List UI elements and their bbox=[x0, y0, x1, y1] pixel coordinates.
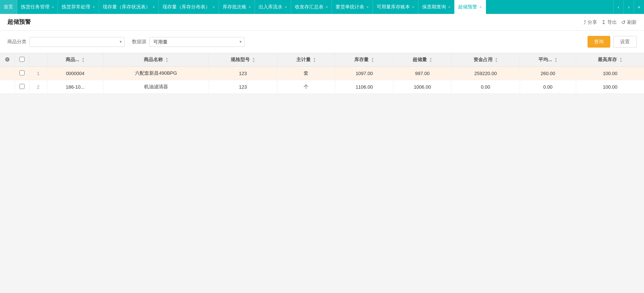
row-capital-cell: 259220.00 bbox=[451, 67, 520, 80]
nav-order-stats[interactable]: 要货单统计表 × bbox=[332, 0, 373, 14]
col-product-code-header[interactable]: 商品... ▲▼ bbox=[47, 53, 103, 67]
nav-close-arrow[interactable]: × bbox=[634, 0, 644, 14]
col-index-header bbox=[29, 53, 47, 67]
row-capital-cell: 0.00 bbox=[451, 80, 520, 94]
column-settings-icon[interactable]: ⚙ bbox=[5, 56, 10, 63]
col-unit-header[interactable]: 主计量 ▲▼ bbox=[277, 53, 335, 67]
nav-avail-stock-close[interactable]: × bbox=[412, 5, 414, 9]
nav-pick-task-close[interactable]: × bbox=[52, 5, 54, 9]
export-icon: ↧ bbox=[601, 19, 606, 25]
share-button[interactable]: ⤴ 分享 bbox=[583, 19, 597, 26]
page-title: 超储预警 bbox=[7, 18, 31, 26]
nav-stock-status[interactable]: 现存量（库存状况表） × bbox=[99, 0, 159, 14]
row-gear-cell bbox=[0, 67, 15, 80]
datasource-select[interactable]: 可用量 bbox=[149, 37, 245, 47]
refresh-button[interactable]: ↺ 刷新 bbox=[621, 19, 637, 26]
row-avg-cell: 260.00 bbox=[520, 67, 576, 80]
row-index-cell: 2 bbox=[29, 80, 47, 94]
category-filter-group: 商品分类 ▾ bbox=[7, 37, 125, 47]
nav-stock-batch-close[interactable]: × bbox=[249, 5, 251, 9]
query-button[interactable]: 查询 bbox=[588, 36, 610, 48]
col-product-name-header[interactable]: 商品名称 ▲▼ bbox=[103, 53, 209, 67]
row-checkbox-cell bbox=[15, 80, 29, 94]
col-overflow-header[interactable]: 超储量 ▲▼ bbox=[393, 53, 451, 67]
row-stock-cell: 1097.00 bbox=[335, 67, 394, 80]
nav-pick-exception-close[interactable]: × bbox=[92, 5, 95, 9]
data-table-container: ⚙ 商品... ▲▼ 商品名称 ▲▼ 规格型号 ▲▼ 主计量 ▲▼ bbox=[0, 53, 644, 94]
nav-quality-label: 保质期查询 bbox=[422, 4, 446, 10]
share-icon: ⤴ bbox=[583, 19, 586, 25]
nav-stock-batch[interactable]: 库存批次账 × bbox=[219, 0, 255, 14]
nav-prev-arrow[interactable]: ‹ bbox=[613, 0, 623, 14]
nav-stock-batch-label: 库存批次账 bbox=[223, 4, 246, 10]
col-stock-header[interactable]: 库存量 ▲▼ bbox=[335, 53, 394, 67]
nav-inout-flow[interactable]: 出入库流水 × bbox=[255, 0, 291, 14]
col-spec-header[interactable]: 规格型号 ▲▼ bbox=[209, 53, 277, 67]
row-checkbox-cell bbox=[15, 67, 29, 80]
row-spec-cell: 123 bbox=[209, 80, 277, 94]
category-select-wrapper: ▾ bbox=[29, 37, 125, 47]
nav-receipt-summary-label: 收发存汇总表 bbox=[295, 4, 323, 10]
row-product-code-cell: 0000004 bbox=[47, 67, 103, 80]
nav-stock-status-close[interactable]: × bbox=[153, 5, 155, 9]
share-label: 分享 bbox=[588, 19, 597, 26]
row-unit-cell: 个 bbox=[277, 80, 335, 94]
refresh-label: 刷新 bbox=[627, 19, 637, 26]
col-max-stock-header[interactable]: 最高库存 ▲▼ bbox=[576, 53, 644, 67]
col-capital-header[interactable]: 资金占用 ▲▼ bbox=[451, 53, 520, 67]
nav-next-arrow[interactable]: › bbox=[623, 0, 634, 14]
category-filter-label: 商品分类 bbox=[7, 38, 26, 45]
nav-stock-dist[interactable]: 现存量（库存分布表） × bbox=[159, 0, 219, 14]
nav-stock-status-label: 现存量（库存状况表） bbox=[103, 4, 150, 10]
nav-overstock-close[interactable]: × bbox=[479, 5, 482, 9]
nav-pick-exception-label: 拣货异常处理 bbox=[62, 4, 90, 10]
row-overflow-cell: 1006.00 bbox=[393, 80, 451, 94]
filter-actions: 查询 设置 bbox=[588, 36, 637, 48]
col-checkbox-header bbox=[15, 53, 29, 67]
table-row: 2 186-10... 机油滤清器 123 个 1106.00 1006.00 … bbox=[0, 80, 644, 94]
export-button[interactable]: ↧ 导出 bbox=[601, 19, 617, 26]
nav-home[interactable]: 首页 bbox=[0, 0, 17, 14]
nav-inout-flow-close[interactable]: × bbox=[285, 5, 287, 9]
row-max-stock-cell: 100.00 bbox=[576, 80, 644, 94]
select-all-checkbox[interactable] bbox=[19, 57, 25, 62]
row-product-name-cell: 六配套新昌490BPG bbox=[103, 67, 209, 80]
nav-stock-dist-close[interactable]: × bbox=[212, 5, 215, 9]
filter-area: 商品分类 ▾ 数据源 可用量 ▾ 查询 设置 bbox=[0, 31, 644, 53]
row-stock-cell: 1106.00 bbox=[335, 80, 394, 94]
nav-receipt-summary-close[interactable]: × bbox=[326, 5, 328, 9]
nav-pick-task-label: 拣货任务管理 bbox=[21, 4, 50, 10]
table-row: 1 0000004 六配套新昌490BPG 123 套 1097.00 997.… bbox=[0, 67, 644, 80]
nav-avail-stock-label: 可用量库存账本 bbox=[377, 4, 410, 10]
nav-receipt-summary[interactable]: 收发存汇总表 × bbox=[291, 0, 332, 14]
page-header: 超储预警 ⤴ 分享 ↧ 导出 ↺ 刷新 bbox=[0, 14, 644, 31]
nav-quality[interactable]: 保质期查询 × bbox=[418, 0, 454, 14]
header-actions: ⤴ 分享 ↧ 导出 ↺ 刷新 bbox=[583, 19, 637, 26]
row-max-stock-cell: 100.00 bbox=[576, 67, 644, 80]
nav-quality-close[interactable]: × bbox=[448, 5, 450, 9]
row-product-name-cell: 机油滤清器 bbox=[103, 80, 209, 94]
export-label: 导出 bbox=[607, 19, 617, 26]
top-navigation: 首页 拣货任务管理 × 拣货异常处理 × 现存量（库存状况表） × 现存量（库存… bbox=[0, 0, 644, 14]
datasource-filter-label: 数据源 bbox=[132, 38, 146, 45]
row-checkbox-0[interactable] bbox=[19, 70, 25, 75]
setting-button[interactable]: 设置 bbox=[613, 36, 637, 48]
row-product-code-cell: 186-10... bbox=[47, 80, 103, 94]
nav-order-stats-close[interactable]: × bbox=[366, 5, 369, 9]
row-spec-cell: 123 bbox=[209, 67, 277, 80]
nav-avail-stock[interactable]: 可用量库存账本 × bbox=[373, 0, 418, 14]
row-avg-cell: 0.00 bbox=[520, 80, 576, 94]
datasource-filter-group: 数据源 可用量 ▾ bbox=[132, 37, 245, 47]
row-checkbox-1[interactable] bbox=[19, 84, 25, 89]
row-overflow-cell: 997.00 bbox=[393, 67, 451, 80]
nav-home-label: 首页 bbox=[4, 4, 13, 10]
refresh-icon: ↺ bbox=[621, 19, 626, 25]
nav-pick-exception[interactable]: 拣货异常处理 × bbox=[58, 0, 99, 14]
nav-pick-task[interactable]: 拣货任务管理 × bbox=[17, 0, 58, 14]
nav-order-stats-label: 要货单统计表 bbox=[336, 4, 364, 10]
nav-overstock[interactable]: 超储预警 × bbox=[454, 0, 486, 14]
col-gear-header: ⚙ bbox=[0, 53, 15, 67]
datasource-select-wrapper: 可用量 ▾ bbox=[149, 37, 245, 47]
category-select[interactable] bbox=[29, 37, 125, 47]
col-avg-header[interactable]: 平均... ▲▼ bbox=[520, 53, 576, 67]
